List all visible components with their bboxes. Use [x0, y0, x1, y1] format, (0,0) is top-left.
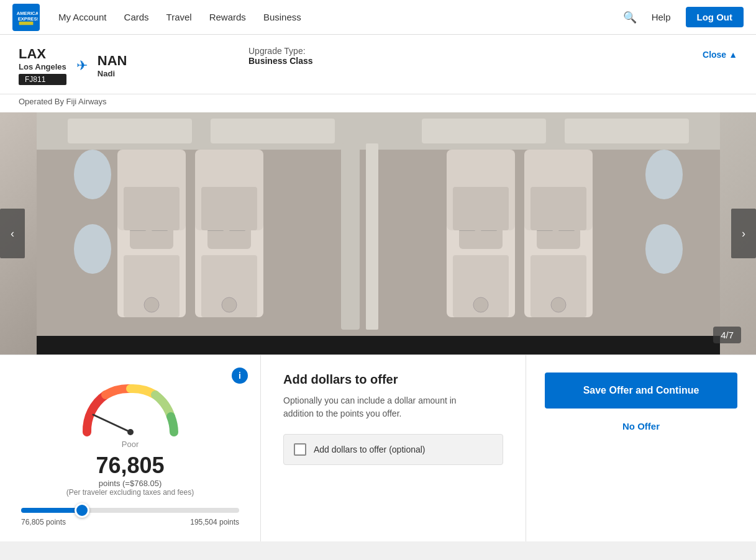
svg-point-13 [645, 224, 683, 274]
gauge-svg [75, 376, 186, 438]
svg-rect-45 [453, 187, 509, 230]
svg-line-49 [93, 415, 130, 432]
upgrade-label: Upgrade Type: [248, 46, 313, 56]
upgrade-value: Business Class [248, 56, 313, 66]
amex-logo: AMERICAN EXPRESS [12, 4, 40, 31]
svg-rect-48 [37, 336, 720, 355]
gauge-container: Poor 76,805 points (=$768.05) (Per trave… [19, 376, 242, 497]
carousel-prev-button[interactable]: ‹ [0, 209, 25, 258]
svg-point-10 [74, 150, 111, 199]
slider-fill [21, 508, 82, 513]
search-icon[interactable]: 🔍 [623, 11, 637, 24]
nav-links: My Account Cards Travel Rewards Business [58, 12, 604, 22]
save-offer-button[interactable]: Save Offer and Continue [545, 373, 737, 409]
operated-by: Operated By Fiji Airways [0, 94, 756, 112]
close-button[interactable]: Close ▲ [703, 46, 737, 60]
gauge-label: Poor [122, 440, 139, 449]
slider-thumb[interactable] [75, 503, 89, 518]
slider-track [21, 508, 239, 513]
svg-point-39 [551, 297, 566, 312]
slider-labels: 76,805 points 195,504 points [21, 518, 239, 526]
add-dollars-checkbox-row[interactable]: Add dollars to offer (optional) [283, 434, 503, 465]
flight-header: LAX Los Angeles FJ811 ✈ NAN Nadi Upgrade… [0, 35, 756, 94]
origin-code: LAX [19, 46, 66, 62]
nav-my-account[interactable]: My Account [58, 12, 107, 22]
carousel: ‹ › 4/7 [0, 112, 756, 355]
plane-icon: ✈ [76, 58, 88, 74]
destination-city: NAN Nadi [98, 53, 127, 78]
svg-point-19 [144, 297, 159, 312]
points-slider-area: 76,805 points 195,504 points [19, 508, 242, 526]
cabin-illustration [37, 112, 720, 355]
points-panel: i Po [0, 355, 261, 541]
svg-point-33 [473, 297, 488, 312]
svg-rect-47 [531, 187, 586, 230]
svg-point-12 [645, 150, 683, 199]
info-icon[interactable]: i [232, 368, 248, 384]
origin-city: LAX Los Angeles FJ811 [19, 46, 66, 85]
svg-point-25 [222, 297, 237, 312]
add-dollars-desc: Optionally you can include a dollar amou… [283, 394, 503, 420]
navbar: AMERICAN EXPRESS My Account Cards Travel… [0, 0, 756, 35]
no-offer-link[interactable]: No Offer [622, 421, 660, 431]
per-traveler-label: (Per traveler excluding taxes and fees) [66, 488, 194, 497]
points-equiv: points (=$768.05) [99, 479, 162, 488]
svg-rect-9 [565, 119, 689, 143]
carousel-counter: 4/7 [713, 327, 741, 343]
nav-travel[interactable]: Travel [166, 12, 192, 22]
svg-rect-43 [201, 187, 257, 230]
add-dollars-title: Add dollars to offer [283, 373, 503, 387]
svg-rect-41 [124, 187, 180, 230]
svg-rect-3 [19, 21, 34, 25]
slider-min-label: 76,805 points [21, 518, 66, 526]
destination-code: NAN [98, 53, 127, 69]
nav-cards[interactable]: Cards [124, 12, 149, 22]
destination-name: Nadi [98, 69, 127, 78]
add-dollars-checkbox[interactable] [294, 443, 306, 456]
slider-max-label: 195,504 points [190, 518, 239, 526]
upgrade-type: Upgrade Type: Business Class [248, 46, 313, 66]
add-dollars-panel: Add dollars to offer Optionally you can … [261, 355, 526, 541]
checkbox-label: Add dollars to offer (optional) [314, 445, 426, 454]
carousel-image [0, 112, 756, 355]
svg-rect-27 [366, 143, 378, 330]
origin-name: Los Angeles [19, 62, 66, 71]
nav-right: 🔍 Help Log Out [623, 7, 744, 27]
svg-text:EXPRESS: EXPRESS [18, 16, 38, 21]
svg-rect-7 [211, 119, 335, 143]
main-content: LAX Los Angeles FJ811 ✈ NAN Nadi Upgrade… [0, 35, 756, 541]
bottom-section: i Po [0, 355, 756, 541]
nav-business[interactable]: Business [263, 12, 301, 22]
nav-rewards[interactable]: Rewards [209, 12, 246, 22]
flight-number: FJ811 [19, 74, 66, 85]
svg-rect-8 [422, 119, 546, 143]
svg-point-11 [74, 224, 111, 274]
help-link[interactable]: Help [652, 12, 671, 22]
svg-rect-26 [341, 143, 360, 330]
save-offer-panel: Save Offer and Continue No Offer [526, 355, 756, 541]
carousel-next-button[interactable]: › [731, 209, 756, 258]
svg-rect-6 [68, 119, 192, 143]
flight-route: LAX Los Angeles FJ811 ✈ NAN Nadi [19, 46, 230, 85]
points-value: 76,805 [96, 453, 164, 479]
svg-point-50 [127, 429, 134, 435]
logout-button[interactable]: Log Out [686, 7, 744, 27]
